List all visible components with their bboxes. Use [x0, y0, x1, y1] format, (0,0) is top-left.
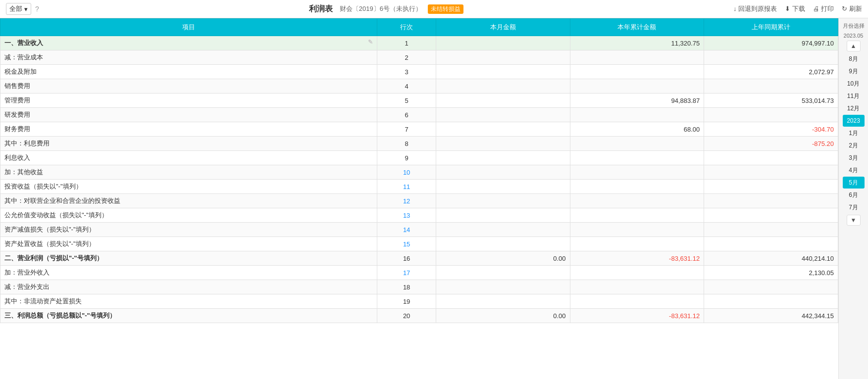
- cell-year: -83,631.12: [570, 309, 704, 323]
- refresh-button[interactable]: ↻ 刷新: [842, 4, 862, 13]
- cell-month: [436, 237, 570, 251]
- cell-rownum[interactable]: 14: [377, 223, 436, 237]
- cell-prev: [704, 223, 838, 237]
- cell-year: [570, 237, 704, 251]
- cell-rownum[interactable]: 11: [377, 180, 436, 194]
- month-item[interactable]: 11月: [843, 90, 865, 102]
- month-item[interactable]: 2月: [843, 140, 865, 151]
- cell-item: 其中：对联营企业和合营企业的投资收益: [0, 194, 377, 208]
- sidebar-months: 8月9月10月11月12月20231月2月3月4月5月6月7月: [842, 52, 866, 214]
- right-sidebar: 月份选择 2023.05 ▲ 8月9月10月11月12月20231月2月3月4月…: [838, 18, 868, 379]
- cell-prev: [704, 151, 838, 165]
- header-month: 本月金额: [436, 19, 570, 36]
- month-item[interactable]: 4月: [843, 164, 865, 176]
- cell-prev: [704, 280, 838, 294]
- cell-year: [570, 165, 704, 180]
- cell-prev: 440,214.10: [704, 251, 838, 266]
- sidebar-title: 月份选择: [839, 20, 868, 32]
- report-table: 项目 行次 本月金额 本年累计金额 上年同期累计 一、营业收入✎111,320.…: [0, 18, 838, 323]
- cell-item: 其中：非流动资产处置损失: [0, 294, 377, 309]
- print-button[interactable]: 🖨 打印: [813, 4, 834, 13]
- app-container: 全部 ▾ ? 利润表 财会〔2019〕6号（未执行） 未结转损益 ↓ 回退到原报…: [0, 0, 868, 379]
- month-item[interactable]: 6月: [843, 189, 865, 201]
- cell-item: 税金及附加: [0, 65, 377, 79]
- scope-label: 全部: [9, 4, 22, 13]
- cell-item: 一、营业收入✎: [0, 36, 377, 50]
- cell-rownum: 2: [377, 50, 436, 65]
- cell-year: [570, 137, 704, 151]
- help-icon[interactable]: ?: [35, 5, 39, 13]
- table-row: 三、利润总额（亏损总额以"-"号填列）200.00-83,631.12442,3…: [0, 309, 838, 323]
- month-item[interactable]: 12月: [843, 102, 865, 114]
- cell-prev: -875.20: [704, 137, 838, 151]
- cell-month: [436, 94, 570, 108]
- cell-prev: [704, 294, 838, 309]
- cell-rownum: 8: [377, 137, 436, 151]
- cell-item: 减：营业成本: [0, 50, 377, 65]
- month-item[interactable]: 3月: [843, 152, 865, 164]
- cell-rownum: 4: [377, 79, 436, 94]
- table-row: 资产减值损失（损失以"-"填列）14: [0, 223, 838, 237]
- download-button[interactable]: ⬇ 下载: [785, 4, 805, 13]
- table-row: 二、营业利润（亏损以"-"号填列）160.00-83,631.12440,214…: [0, 251, 838, 266]
- cell-item: 二、营业利润（亏损以"-"号填列）: [0, 251, 377, 266]
- cell-prev: -304.70: [704, 122, 838, 137]
- edit-icon[interactable]: ✎: [368, 39, 373, 46]
- table-row: 其中：利息费用8-875.20: [0, 137, 838, 151]
- table-row: 一、营业收入✎111,320.75974,997.10: [0, 36, 838, 50]
- cell-prev: [704, 194, 838, 208]
- sidebar-up-button[interactable]: ▲: [847, 41, 861, 51]
- cell-rownum[interactable]: 12: [377, 194, 436, 208]
- cell-rownum[interactable]: 17: [377, 266, 436, 280]
- cell-rownum: 20: [377, 309, 436, 323]
- month-item[interactable]: 1月: [843, 127, 865, 139]
- cell-month: [436, 65, 570, 79]
- back-button[interactable]: ↓ 回退到原报表: [733, 4, 777, 13]
- cell-item: 加：营业外收入: [0, 266, 377, 280]
- main-area: 项目 行次 本月金额 本年累计金额 上年同期累计 一、营业收入✎111,320.…: [0, 18, 868, 379]
- cell-prev: 974,997.10: [704, 36, 838, 50]
- page-title: 利润表: [309, 4, 333, 14]
- cell-item: 其中：利息费用: [0, 137, 377, 151]
- cell-item: 资产处置收益（损失以"-"填列）: [0, 237, 377, 251]
- month-item[interactable]: 8月: [843, 53, 865, 65]
- cell-month: [436, 180, 570, 194]
- top-bar-center: 利润表 财会〔2019〕6号（未执行） 未结转损益: [309, 4, 463, 14]
- top-bar-left: 全部 ▾ ?: [6, 3, 39, 15]
- cell-item: 利息收入: [0, 151, 377, 165]
- table-row: 其中：对联营企业和合营企业的投资收益12: [0, 194, 838, 208]
- month-item[interactable]: 5月: [843, 177, 865, 189]
- sidebar-down-button[interactable]: ▼: [847, 215, 861, 226]
- cell-item: 减：营业外支出: [0, 280, 377, 294]
- dropdown-arrow-icon: ▾: [24, 5, 28, 13]
- cell-rownum: 16: [377, 251, 436, 266]
- month-item[interactable]: 7月: [843, 201, 865, 213]
- table-row: 加：其他收益10: [0, 165, 838, 180]
- cell-rownum: 6: [377, 108, 436, 122]
- cell-month: [436, 122, 570, 137]
- cell-year: 11,320.75: [570, 36, 704, 50]
- cell-item: 管理费用: [0, 94, 377, 108]
- cell-rownum[interactable]: 13: [377, 208, 436, 223]
- cell-rownum[interactable]: 15: [377, 237, 436, 251]
- cell-prev: 442,344.15: [704, 309, 838, 323]
- cell-prev: [704, 165, 838, 180]
- cell-year: [570, 223, 704, 237]
- table-row: 公允价值变动收益（损失以"-"填列）13: [0, 208, 838, 223]
- cell-item: 资产减值损失（损失以"-"填列）: [0, 223, 377, 237]
- month-item[interactable]: 9月: [843, 65, 865, 77]
- month-item[interactable]: 10月: [843, 78, 865, 90]
- table-row: 研发费用6: [0, 108, 838, 122]
- cell-rownum: 1: [377, 36, 436, 50]
- month-item[interactable]: 2023: [843, 115, 865, 127]
- table-row: 销售费用4: [0, 79, 838, 94]
- cell-item: 研发费用: [0, 108, 377, 122]
- table-row: 投资收益（损失以"-"填列）11: [0, 180, 838, 194]
- cell-rownum[interactable]: 10: [377, 165, 436, 180]
- scope-dropdown[interactable]: 全部 ▾: [6, 3, 31, 15]
- table-header-row: 项目 行次 本月金额 本年累计金额 上年同期累计: [0, 19, 838, 36]
- cell-month: [436, 165, 570, 180]
- cell-month: [436, 50, 570, 65]
- cell-year: [570, 108, 704, 122]
- cell-rownum: 3: [377, 65, 436, 79]
